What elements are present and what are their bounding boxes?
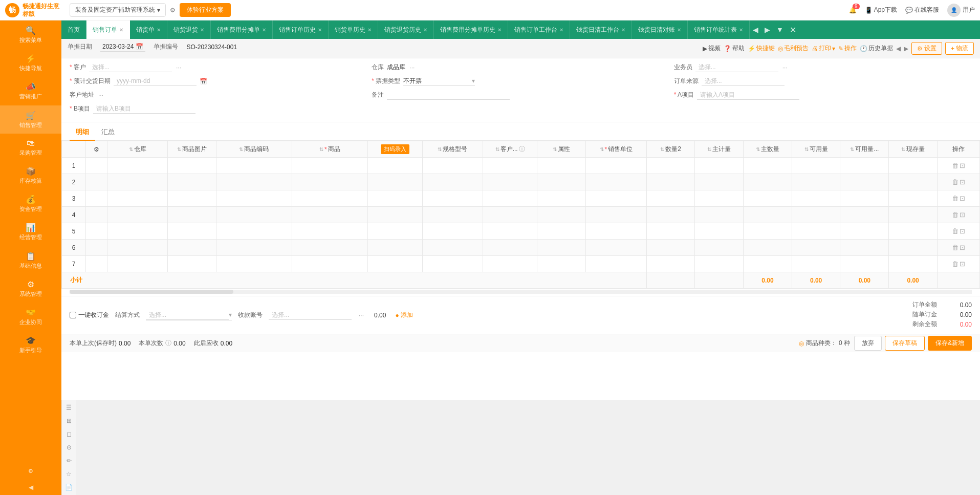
row-copy-btn[interactable]: ⊡ bbox=[960, 260, 965, 268]
row-code-cell[interactable] bbox=[216, 174, 292, 190]
tab-sales-order[interactable]: 销售订单 ✕ bbox=[86, 20, 130, 39]
row-delete-btn[interactable]: 🗑 bbox=[952, 260, 959, 268]
row-product-cell[interactable] bbox=[292, 158, 367, 174]
sidebar-item-search[interactable]: 🔍 搜索菜单 bbox=[0, 20, 61, 49]
row-main-qty-cell[interactable] bbox=[744, 240, 792, 256]
tab-order-history[interactable]: 销售订单历史 ✕ bbox=[273, 20, 329, 39]
sidebar-item-finance[interactable]: 💰 资金管理 bbox=[0, 189, 61, 218]
nav-next-icon[interactable]: ▶ bbox=[904, 45, 908, 52]
row-warehouse-cell[interactable] bbox=[107, 174, 167, 190]
row-code-cell[interactable] bbox=[216, 158, 292, 174]
row-qty2-cell[interactable] bbox=[646, 174, 695, 190]
print-btn[interactable]: 🖨 打印 ▾ bbox=[812, 44, 835, 53]
row-spec-cell[interactable] bbox=[422, 174, 483, 190]
quick-btn-2[interactable]: ⊞ bbox=[63, 415, 75, 426]
row-spec-cell[interactable] bbox=[422, 207, 483, 223]
quick-btn-5[interactable]: ✏ bbox=[63, 455, 75, 466]
notification-bell[interactable]: 🔔 9 bbox=[849, 7, 857, 14]
b-project-input[interactable] bbox=[93, 104, 195, 114]
row-spec-cell[interactable] bbox=[422, 223, 483, 240]
horizontal-scrollbar[interactable] bbox=[70, 290, 972, 294]
row-customer-cell[interactable] bbox=[483, 174, 537, 190]
online-service-link[interactable]: 💬 在线客服 bbox=[905, 6, 939, 14]
tab-close-icon[interactable]: ✕ bbox=[677, 27, 681, 33]
help-btn[interactable]: ❓ 帮助 bbox=[724, 44, 745, 53]
row-spec-cell[interactable] bbox=[422, 190, 483, 207]
shortcut-btn[interactable]: ⚡ 快捷键 bbox=[748, 44, 775, 53]
system-selector[interactable]: 装备及固定资产辅助管理系统 ▾ bbox=[70, 3, 166, 17]
row-qty2-cell[interactable] bbox=[646, 256, 695, 272]
tab-menu-btn[interactable]: ▼ bbox=[773, 26, 787, 34]
settlement-input[interactable] bbox=[146, 310, 229, 320]
row-qty2-cell[interactable] bbox=[646, 207, 695, 223]
warehouse-more-icon[interactable]: ··· bbox=[408, 64, 416, 71]
row-customer-cell[interactable] bbox=[483, 207, 537, 223]
row-unit-cell[interactable] bbox=[586, 223, 646, 240]
row-main-qty-cell[interactable] bbox=[744, 174, 792, 190]
row-unit-cell[interactable] bbox=[586, 190, 646, 207]
row-unit-cell[interactable] bbox=[586, 207, 646, 223]
sidebar-item-operations[interactable]: 📊 经营管理 bbox=[0, 218, 61, 246]
row-copy-btn[interactable]: ⊡ bbox=[960, 244, 965, 251]
row-attr-cell[interactable] bbox=[537, 190, 586, 207]
row-delete-btn[interactable]: 🗑 bbox=[952, 162, 959, 169]
history-btn[interactable]: 🕐 历史单据 bbox=[860, 44, 893, 53]
sidebar-item-inventory[interactable]: 📦 库存核算 bbox=[0, 161, 61, 189]
tab-close-icon[interactable]: ✕ bbox=[200, 27, 204, 33]
row-unit-cell[interactable] bbox=[586, 240, 646, 256]
tab-cost-history[interactable]: 销售费用分摊单历史 ✕ bbox=[434, 20, 508, 39]
quick-btn-4[interactable]: ⊙ bbox=[63, 442, 75, 453]
tab-close-icon[interactable]: ✕ bbox=[739, 27, 743, 33]
row-customer-cell[interactable] bbox=[483, 158, 537, 174]
sidebar-item-sales[interactable]: 🛒 销售管理 bbox=[0, 105, 61, 134]
quick-btn-3[interactable]: ◻ bbox=[63, 428, 75, 440]
tab-close-icon[interactable]: ✕ bbox=[119, 27, 123, 33]
row-qty2-cell[interactable] bbox=[646, 190, 695, 207]
row-warehouse-cell[interactable] bbox=[107, 240, 167, 256]
row-copy-btn[interactable]: ⊡ bbox=[960, 211, 965, 219]
settings-button[interactable]: ⚙ 设置 bbox=[911, 42, 942, 55]
row-product-cell[interactable] bbox=[292, 174, 367, 190]
th-settings[interactable]: ⚙ bbox=[86, 141, 107, 158]
row-main-qty-cell[interactable] bbox=[744, 158, 792, 174]
row-unit-cell[interactable] bbox=[586, 158, 646, 174]
row-customer-cell[interactable] bbox=[483, 223, 537, 240]
one-click-checkbox[interactable] bbox=[70, 312, 76, 318]
add-payment-btn[interactable]: ● 添加 bbox=[395, 311, 412, 319]
tab-invoice-history[interactable]: 销货单历史 ✕ bbox=[329, 20, 378, 39]
tab-close-icon[interactable]: ✕ bbox=[423, 27, 427, 33]
row-customer-cell[interactable] bbox=[483, 190, 537, 207]
quick-btn-6[interactable]: ☆ bbox=[63, 468, 75, 480]
row-attr-cell[interactable] bbox=[537, 158, 586, 174]
row-warehouse-cell[interactable] bbox=[107, 158, 167, 174]
row-unit-cell[interactable] bbox=[586, 256, 646, 272]
row-code-cell[interactable] bbox=[216, 190, 292, 207]
row-delete-btn[interactable]: 🗑 bbox=[952, 195, 959, 202]
tab-sales-invoice[interactable]: 销货单 ✕ bbox=[130, 20, 167, 39]
tab-close-icon[interactable]: ✕ bbox=[367, 27, 372, 33]
row-attr-cell[interactable] bbox=[537, 223, 586, 240]
tab-close-icon[interactable]: ✕ bbox=[318, 27, 322, 33]
row-attr-cell[interactable] bbox=[537, 174, 586, 190]
delivery-cal-icon[interactable]: 📅 bbox=[200, 78, 207, 85]
tab-next-btn[interactable]: ▶ bbox=[761, 26, 773, 34]
profit-btn[interactable]: ◎ 毛利预告 bbox=[778, 44, 809, 53]
row-spec-cell[interactable] bbox=[422, 240, 483, 256]
order-source-input[interactable] bbox=[702, 76, 785, 86]
tab-daily-workbench[interactable]: 钱货日清工作台 ✕ bbox=[570, 20, 632, 39]
row-delete-btn[interactable]: 🗑 bbox=[952, 227, 959, 235]
quick-btn-7[interactable]: 📄 bbox=[63, 482, 75, 493]
row-main-qty-cell[interactable] bbox=[744, 223, 792, 240]
row-product-cell[interactable] bbox=[292, 223, 367, 240]
row-warehouse-cell[interactable] bbox=[107, 256, 167, 272]
tab-home[interactable]: 首页 bbox=[61, 20, 86, 39]
tab-sales-return[interactable]: 销货退货 ✕ bbox=[167, 20, 211, 39]
add-logistics-button[interactable]: + 物流 bbox=[945, 42, 974, 55]
row-code-cell[interactable] bbox=[216, 256, 292, 272]
tab-return-history[interactable]: 销货退货历史 ✕ bbox=[378, 20, 434, 39]
gear-icon[interactable]: ⚙ bbox=[170, 7, 176, 14]
tab-detail[interactable]: 明细 bbox=[70, 124, 95, 141]
a-project-input[interactable] bbox=[697, 90, 799, 100]
quick-btn-1[interactable]: ☰ bbox=[63, 402, 75, 413]
sidebar-item-guide[interactable]: 🎓 新手引导 bbox=[0, 331, 61, 359]
